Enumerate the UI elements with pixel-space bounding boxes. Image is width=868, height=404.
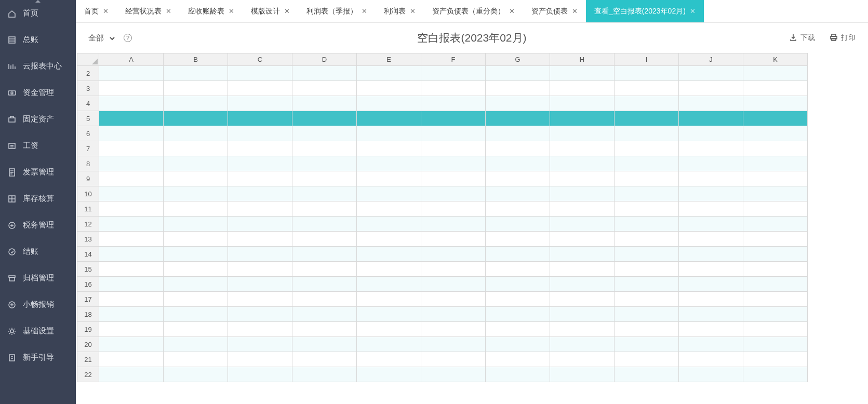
cell-F14[interactable]: [421, 247, 486, 262]
cell-J4[interactable]: [679, 96, 743, 111]
cell-J5[interactable]: [679, 111, 743, 126]
cell-A11[interactable]: [99, 201, 164, 217]
cell-B5[interactable]: [164, 111, 228, 126]
cell-I2[interactable]: [615, 66, 679, 81]
cell-I7[interactable]: [615, 141, 679, 156]
cell-B11[interactable]: [164, 201, 228, 217]
row-header-15[interactable]: 15: [77, 262, 99, 277]
spreadsheet-area[interactable]: ABCDEFGHIJK23456789101112131415161718192…: [76, 53, 868, 404]
cell-J11[interactable]: [679, 201, 743, 217]
cell-E6[interactable]: [357, 126, 421, 141]
row-header-7[interactable]: 7: [77, 141, 99, 156]
row-header-21[interactable]: 21: [77, 352, 99, 367]
cell-E4[interactable]: [357, 96, 421, 111]
cell-E10[interactable]: [357, 186, 421, 201]
cell-F4[interactable]: [421, 96, 486, 111]
cell-B8[interactable]: [164, 156, 228, 171]
cell-I11[interactable]: [615, 201, 679, 217]
cell-F15[interactable]: [421, 262, 486, 277]
cell-F13[interactable]: [421, 232, 486, 247]
cell-F2[interactable]: [421, 66, 486, 81]
cell-I20[interactable]: [615, 337, 679, 352]
cell-F16[interactable]: [421, 277, 486, 292]
cell-D7[interactable]: [292, 141, 357, 156]
sidebar-item-3[interactable]: 资金管理: [0, 79, 76, 106]
cell-B19[interactable]: [164, 322, 228, 337]
row-header-12[interactable]: 12: [77, 217, 99, 232]
cell-D14[interactable]: [292, 247, 357, 262]
cell-B22[interactable]: [164, 367, 228, 382]
cell-K7[interactable]: [743, 141, 808, 156]
download-button[interactable]: 下载: [789, 33, 815, 43]
cell-A20[interactable]: [99, 337, 164, 352]
cell-C20[interactable]: [228, 337, 292, 352]
sidebar-item-13[interactable]: 新手引导: [0, 344, 76, 371]
cell-A17[interactable]: [99, 292, 164, 307]
print-button[interactable]: 打印: [830, 33, 856, 43]
cell-B4[interactable]: [164, 96, 228, 111]
column-header-F[interactable]: F: [421, 53, 486, 66]
cell-G9[interactable]: [486, 171, 550, 186]
cell-K22[interactable]: [743, 367, 808, 382]
cell-H5[interactable]: [550, 111, 615, 126]
column-header-I[interactable]: I: [615, 53, 679, 66]
cell-F17[interactable]: [421, 292, 486, 307]
cell-G2[interactable]: [486, 66, 550, 81]
cell-F12[interactable]: [421, 217, 486, 232]
cell-C7[interactable]: [228, 141, 292, 156]
cell-B3[interactable]: [164, 81, 228, 96]
help-icon[interactable]: ?: [124, 34, 132, 42]
cell-I15[interactable]: [615, 262, 679, 277]
cell-D21[interactable]: [292, 352, 357, 367]
tab-8[interactable]: 查看_空白报表(2023年02月)✕: [586, 0, 704, 22]
cell-D19[interactable]: [292, 322, 357, 337]
cell-C14[interactable]: [228, 247, 292, 262]
cell-C13[interactable]: [228, 232, 292, 247]
close-icon[interactable]: ✕: [509, 7, 515, 15]
sidebar-item-5[interactable]: 工资: [0, 132, 76, 159]
cell-C21[interactable]: [228, 352, 292, 367]
cell-I14[interactable]: [615, 247, 679, 262]
sidebar-item-11[interactable]: 小畅报销: [0, 291, 76, 318]
cell-G5[interactable]: [486, 111, 550, 126]
cell-J22[interactable]: [679, 367, 743, 382]
cell-G8[interactable]: [486, 156, 550, 171]
cell-F11[interactable]: [421, 201, 486, 217]
close-icon[interactable]: ✕: [362, 7, 367, 15]
cell-I3[interactable]: [615, 81, 679, 96]
cell-J6[interactable]: [679, 126, 743, 141]
sidebar-item-2[interactable]: 云报表中心: [0, 53, 76, 79]
cell-E9[interactable]: [357, 171, 421, 186]
cell-I19[interactable]: [615, 322, 679, 337]
cell-D10[interactable]: [292, 186, 357, 201]
cell-A9[interactable]: [99, 171, 164, 186]
cell-H18[interactable]: [550, 307, 615, 322]
cell-J9[interactable]: [679, 171, 743, 186]
cell-K13[interactable]: [743, 232, 808, 247]
cell-G3[interactable]: [486, 81, 550, 96]
sidebar-item-8[interactable]: 税务管理: [0, 212, 76, 238]
cell-D5[interactable]: [292, 111, 357, 126]
row-header-17[interactable]: 17: [77, 292, 99, 307]
cell-F18[interactable]: [421, 307, 486, 322]
column-header-G[interactable]: G: [486, 53, 550, 66]
cell-D9[interactable]: [292, 171, 357, 186]
cell-B15[interactable]: [164, 262, 228, 277]
tab-7[interactable]: 资产负债表✕: [523, 0, 586, 22]
cell-A16[interactable]: [99, 277, 164, 292]
cell-K17[interactable]: [743, 292, 808, 307]
cell-E18[interactable]: [357, 307, 421, 322]
row-header-18[interactable]: 18: [77, 307, 99, 322]
sidebar-item-12[interactable]: 基础设置: [0, 318, 76, 344]
cell-E5[interactable]: [357, 111, 421, 126]
cell-H12[interactable]: [550, 217, 615, 232]
cell-H20[interactable]: [550, 337, 615, 352]
cell-G21[interactable]: [486, 352, 550, 367]
cell-G4[interactable]: [486, 96, 550, 111]
cell-K15[interactable]: [743, 262, 808, 277]
cell-J20[interactable]: [679, 337, 743, 352]
cell-A18[interactable]: [99, 307, 164, 322]
cell-E3[interactable]: [357, 81, 421, 96]
row-header-5[interactable]: 5: [77, 111, 99, 126]
cell-J21[interactable]: [679, 352, 743, 367]
